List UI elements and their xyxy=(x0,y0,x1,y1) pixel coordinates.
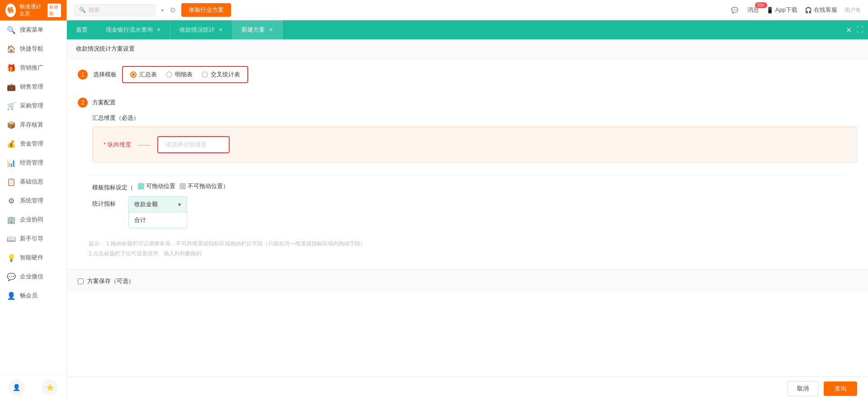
search-box[interactable]: 🔍 搜索 xyxy=(74,4,156,16)
radio-cross-label: 交叉统计表 xyxy=(211,71,240,79)
sidebar-item-label: 快捷导航 xyxy=(20,45,43,53)
sidebar-item-member[interactable]: 👤 畅会员 xyxy=(0,286,66,305)
settings-icon[interactable]: ⚙ xyxy=(170,6,176,14)
query-button[interactable]: 查询 xyxy=(824,381,857,396)
bottom-action-bar: 取消 查询 xyxy=(67,376,868,400)
tab-new-plan[interactable]: 新建方案 ✕ xyxy=(232,20,283,39)
sidebar-item-label: 畅会员 xyxy=(20,292,38,300)
enterprise-icon: 🏢 xyxy=(7,216,15,224)
sidebar-item-finance[interactable]: 💰 资金管理 xyxy=(0,134,66,153)
step1-title: 选择模板 xyxy=(93,71,117,79)
unmovable-badge: 不可拖动位置） xyxy=(179,182,229,190)
maximize-btn[interactable]: ⛶ xyxy=(856,26,863,34)
tab-bank-flow-close[interactable]: ✕ xyxy=(156,27,161,33)
sidebar-item-label: 营销推广 xyxy=(20,64,43,72)
sidebar-item-label: 基础信息 xyxy=(20,178,43,186)
cancel-button[interactable]: 取消 xyxy=(788,381,818,396)
tab-home-label: 首页 xyxy=(76,26,88,34)
metric-col-collection: 收款金额 ▾ 合计 xyxy=(128,196,187,228)
row-dim-label: * 纵向维度 xyxy=(104,141,131,149)
message-icon: 💬 xyxy=(731,7,738,14)
sidebar-item-label: 企业微信 xyxy=(20,273,43,281)
metrics-header-text: 模板指标设定（ 可拖动位置 不可拖动位置） xyxy=(92,182,229,192)
logo-badge: 标准版 xyxy=(47,4,61,17)
sidebar-bottom-btn2[interactable]: ⭐ xyxy=(42,379,58,395)
summary-dim-title: 汇总维度（必选） xyxy=(92,114,857,122)
tab-new-plan-close[interactable]: ✕ xyxy=(269,27,273,33)
metric-col-header: 收款金额 ▾ xyxy=(129,197,187,212)
sidebar-item-wechat[interactable]: 💬 企业微信 xyxy=(0,267,66,286)
tab-collection-stats[interactable]: 收款情况统计 ✕ xyxy=(170,20,232,39)
download-btn[interactable]: 📱 App下载 xyxy=(766,6,797,14)
sidebar-item-inventory[interactable]: 📦 库存核算 xyxy=(0,115,66,134)
tip-1: 提示： 1.拖动标题栏可以调整布局，不可跨维度或指标区域拖动栏目字段（只能在同一… xyxy=(89,239,846,249)
message-btn[interactable]: 💬 99+ 消息 xyxy=(731,6,759,14)
basic-info-icon: 📋 xyxy=(7,178,15,186)
sidebar-item-system[interactable]: ⚙ 系统管理 xyxy=(0,191,66,210)
metrics-section: 模板指标设定（ 可拖动位置 不可拖动位置） xyxy=(78,175,857,228)
sidebar-item-quick-nav[interactable]: 🏠 快捷导航 xyxy=(0,39,66,58)
row-dim-arrow: —— xyxy=(138,141,150,148)
sidebar-item-purchase[interactable]: 🛒 采购管理 xyxy=(0,96,66,115)
dimension-subsection: 汇总维度（必选） * 纵向维度 —— 请选择分组维度 xyxy=(78,114,857,174)
close-window-btn[interactable]: ✕ xyxy=(846,26,852,34)
message-badge: 99+ xyxy=(755,2,767,8)
step2-title: 方案配置 xyxy=(92,99,116,107)
sidebar-item-label: 企业协同 xyxy=(20,216,43,224)
sidebar-item-guide[interactable]: 📖 新手引导 xyxy=(0,229,66,248)
radio-detail-circle xyxy=(166,71,172,78)
step2-section: 2 方案配置 汇总维度（必选） * 纵向维度 —— 请选择分组维度 xyxy=(67,98,868,266)
metrics-header: 模板指标设定（ 可拖动位置 不可拖动位置） xyxy=(92,182,857,192)
page-title: 收款情况统计方案设置 xyxy=(76,45,135,52)
metric-col-cell: 合计 xyxy=(129,212,187,228)
save-plan-checkbox[interactable] xyxy=(78,278,84,284)
tab-home[interactable]: 首页 xyxy=(67,20,97,39)
save-plan-label[interactable]: 方案保存（可选） xyxy=(78,277,857,285)
radio-detail-label: 明细表 xyxy=(175,71,193,79)
content-area: 收款情况统计方案设置 1 选择模板 汇总表 xyxy=(67,39,868,400)
sidebar-item-label: 经营管理 xyxy=(20,159,43,167)
tab-collection-stats-close[interactable]: ✕ xyxy=(218,27,223,33)
step1-section: 1 选择模板 汇总表 明细表 xyxy=(67,59,868,98)
step2-badge: 2 xyxy=(78,98,88,108)
wechat-icon: 💬 xyxy=(7,273,15,281)
topbar-right: 💬 99+ 消息 📱 App下载 🎧 在线客服 用户名 xyxy=(731,6,861,14)
tab-bank-flow-label: 现金银行流水查询 xyxy=(106,26,153,34)
tip-2: 2.点击标题栏下拉可设置排序、插入列和删除列 xyxy=(89,249,846,259)
sidebar-bottom-btn1[interactable]: 👤 xyxy=(9,379,25,395)
sidebar-item-basic-info[interactable]: 📋 基础信息 xyxy=(0,172,66,191)
radio-summary-label: 汇总表 xyxy=(139,71,157,79)
page-header: 收款情况统计方案设置 xyxy=(67,39,868,59)
logo-icon: 畅 xyxy=(5,4,16,17)
search-placeholder: 搜索 xyxy=(89,6,99,14)
sidebar-item-label: 销售管理 xyxy=(20,83,43,91)
sales-icon: 💼 xyxy=(7,83,15,91)
inventory-icon: 📦 xyxy=(7,121,15,129)
system-icon: ⚙ xyxy=(7,197,15,205)
service-label: 在线客服 xyxy=(814,6,837,14)
download-label: App下载 xyxy=(775,6,797,14)
search-icon: 🔍 xyxy=(79,7,86,13)
chevron-down-icon[interactable]: ▾ xyxy=(178,201,181,208)
step1-badge: 1 xyxy=(78,70,88,80)
sidebar-item-enterprise[interactable]: 🏢 企业协同 xyxy=(0,210,66,229)
sidebar-item-search-menu[interactable]: 🔍 搜索菜单 xyxy=(0,20,66,39)
movable-dot xyxy=(138,183,144,189)
purchase-icon: 🛒 xyxy=(7,102,15,110)
sidebar-item-sales[interactable]: 💼 销售管理 xyxy=(0,77,66,96)
tab-bank-flow[interactable]: 现金银行流水查询 ✕ xyxy=(97,20,170,39)
sidebar-item-marketing[interactable]: 🎁 营销推广 xyxy=(0,58,66,77)
radio-summary[interactable]: 汇总表 xyxy=(130,71,157,79)
radio-detail[interactable]: 明细表 xyxy=(166,71,193,79)
sidebar-item-label: 采购管理 xyxy=(20,102,43,110)
service-btn[interactable]: 🎧 在线客服 xyxy=(805,6,837,14)
dropdown-arrow[interactable]: ▾ xyxy=(161,7,164,14)
row-dim-select[interactable]: 请选择分组维度 xyxy=(157,136,230,153)
sidebar-logo: 畅 畅捷通好生意 标准版 xyxy=(0,0,66,20)
sidebar-item-operation[interactable]: 📊 经营管理 xyxy=(0,153,66,172)
sidebar-item-hardware[interactable]: 💡 智能硬件 xyxy=(0,248,66,267)
step2-header: 2 方案配置 xyxy=(78,98,857,108)
radio-cross[interactable]: 交叉统计表 xyxy=(202,71,240,79)
trial-btn[interactable]: 体验行业方案 xyxy=(181,3,231,17)
hardware-icon: 💡 xyxy=(7,254,15,262)
